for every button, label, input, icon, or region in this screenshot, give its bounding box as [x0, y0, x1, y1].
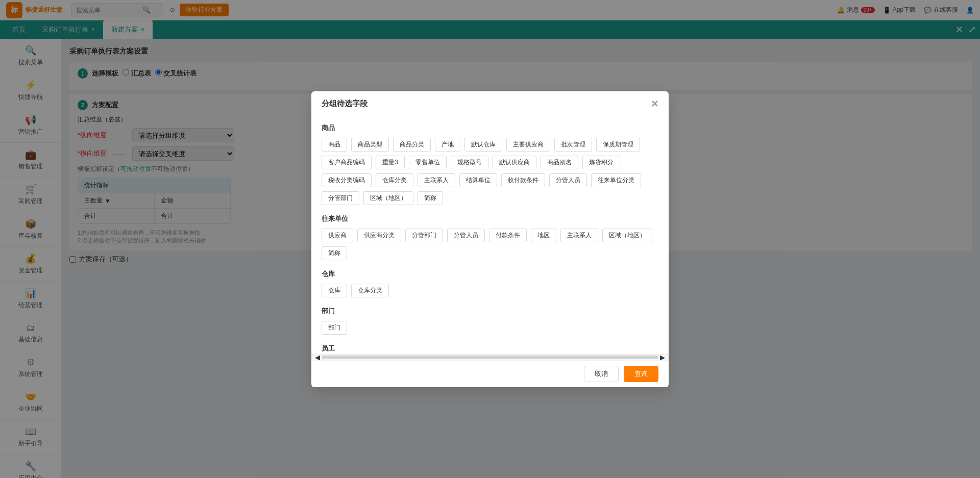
field-tag[interactable]: 简称: [418, 191, 443, 205]
field-group-warehouse: 仓库 仓库 仓库分类: [322, 269, 658, 297]
modal-scrollbar-area: ◀ ▶: [311, 354, 669, 360]
field-tag[interactable]: 简称: [322, 246, 347, 260]
field-tags-warehouse: 仓库 仓库分类: [322, 284, 658, 297]
modal-body: 商品 商品 商品类型 商品分类 产地 默认仓库 主要供应商 批次管理 保质期管理…: [311, 115, 669, 354]
field-group-dept-title: 部门: [322, 307, 658, 316]
field-tag[interactable]: 供应商: [322, 229, 353, 242]
field-group-partners: 往来单位 供应商 供应商分类 分管部门 分管人员 付款条件 地区 主联系人 区域…: [322, 214, 658, 260]
field-tag[interactable]: 分管部门: [322, 191, 359, 205]
field-tag[interactable]: 仓库: [322, 284, 347, 297]
modal-title: 分组待选字段: [322, 99, 368, 109]
field-tag[interactable]: 付款条件: [489, 229, 527, 242]
field-group-partners-title: 往来单位: [322, 214, 658, 223]
modal-footer: 取消 查询: [311, 360, 669, 387]
confirm-button[interactable]: 查询: [624, 366, 658, 382]
field-tag[interactable]: 分管人员: [549, 173, 587, 187]
field-tag[interactable]: 主联系人: [560, 229, 598, 242]
field-tag[interactable]: 保质期管理: [596, 138, 640, 152]
field-tag[interactable]: 税收分类编码: [322, 173, 372, 187]
field-tag[interactable]: 客户商品编码: [322, 156, 372, 169]
field-tag[interactable]: 区域（地区）: [602, 229, 652, 242]
field-tags-dept: 部门: [322, 321, 658, 335]
modal-close-btn[interactable]: ✕: [651, 98, 658, 110]
field-tag[interactable]: 区域（地区）: [363, 191, 413, 205]
field-tag[interactable]: 零售单位: [409, 156, 447, 169]
field-tag[interactable]: 仓库分类: [376, 173, 413, 187]
cancel-button[interactable]: 取消: [584, 366, 619, 382]
modal: 分组待选字段 ✕ 商品 商品 商品类型 商品分类 产地 默认仓库 主要供应商 批…: [311, 91, 669, 387]
field-tag[interactable]: 炼货积分: [582, 156, 620, 169]
field-tag[interactable]: 规格型号: [451, 156, 488, 169]
field-tag[interactable]: 产地: [435, 138, 460, 152]
field-tag[interactable]: 结算单位: [459, 173, 497, 187]
field-tag[interactable]: 默认供应商: [493, 156, 536, 169]
field-tag[interactable]: 商品类型: [351, 138, 389, 152]
field-tag[interactable]: 部门: [322, 321, 347, 335]
field-group-warehouse-title: 仓库: [322, 269, 658, 279]
field-tag[interactable]: 商品: [322, 138, 347, 152]
field-tag[interactable]: 供应商分类: [357, 229, 401, 242]
field-tag[interactable]: 商品分类: [393, 138, 431, 152]
field-tags-goods: 商品 商品类型 商品分类 产地 默认仓库 主要供应商 批次管理 保质期管理 客户…: [322, 138, 658, 205]
field-tag[interactable]: 主联系人: [418, 173, 455, 187]
field-tag[interactable]: 分管人员: [447, 229, 485, 242]
field-tag[interactable]: 地区: [531, 229, 556, 242]
field-tag[interactable]: 商品别名: [541, 156, 578, 169]
field-tag[interactable]: 收付款条件: [501, 173, 545, 187]
field-tag[interactable]: 往来单位分类: [591, 173, 641, 187]
field-tag[interactable]: 仓库分类: [351, 284, 389, 297]
modal-header: 分组待选字段 ✕: [311, 91, 669, 115]
modal-overlay: 分组待选字段 ✕ 商品 商品 商品类型 商品分类 产地 默认仓库 主要供应商 批…: [0, 0, 980, 478]
field-group-goods-title: 商品: [322, 123, 658, 133]
field-group-employee-title: 员工: [322, 344, 658, 353]
field-group-employee: 员工 业务员: [322, 344, 658, 354]
field-tags-partners: 供应商 供应商分类 分管部门 分管人员 付款条件 地区 主联系人 区域（地区） …: [322, 229, 658, 260]
field-tag[interactable]: 默认仓库: [464, 138, 502, 152]
field-tag[interactable]: 批次管理: [554, 138, 592, 152]
hscrollbar[interactable]: [322, 356, 658, 359]
field-group-dept: 部门 部门: [322, 307, 658, 335]
field-tag[interactable]: 主要供应商: [506, 138, 550, 152]
field-tag[interactable]: 分管部门: [405, 229, 443, 242]
field-group-goods: 商品 商品 商品类型 商品分类 产地 默认仓库 主要供应商 批次管理 保质期管理…: [322, 123, 658, 205]
field-tag[interactable]: 重量3: [376, 156, 405, 169]
